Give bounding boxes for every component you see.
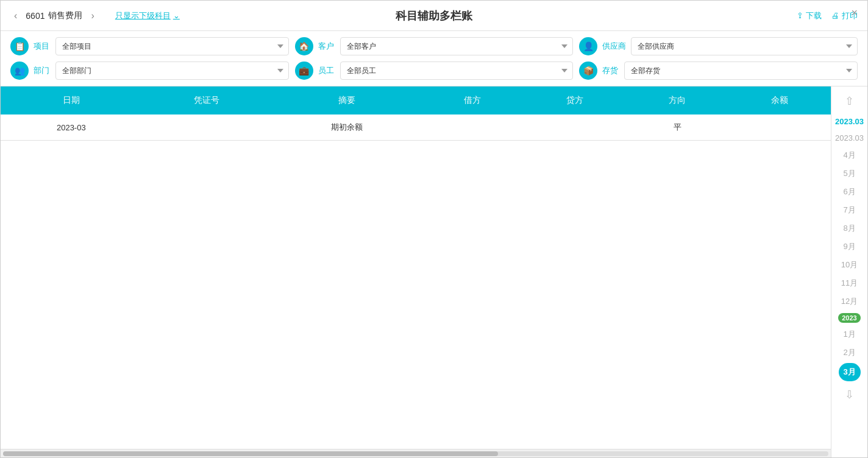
sidebar-month-4[interactable]: 4月: [831, 146, 867, 164]
account-name: 销售费用: [48, 10, 82, 21]
show-sub-label: 只显示下级科目: [115, 10, 171, 21]
title-bar: ‹ 6601 销售费用 › 只显示下级科目 ⌄ 科目辅助多栏账 ⇪ 下载 🖨 打…: [1, 1, 867, 31]
col-direction: 方向: [626, 86, 728, 114]
project-filter-row: 📋 项目 全部项目: [10, 37, 289, 55]
sidebar-month-9[interactable]: 9月: [831, 238, 867, 256]
right-sidebar: ⇧ 2023.03 2023.03 4月 5月 6月 7月 8月 9月 10月 …: [831, 86, 867, 457]
inventory-label: 存货: [602, 65, 619, 76]
sidebar-year-badge: 2023: [838, 313, 860, 323]
inventory-select[interactable]: 全部存货: [624, 62, 858, 80]
employee-filter-row: 💼 员工 全部员工: [295, 62, 574, 80]
table-header-row: 日期 凭证号 摘要 借方 贷方 方向 余额: [1, 86, 831, 114]
col-credit: 贷方: [524, 86, 626, 114]
sidebar-month-2023-03-second[interactable]: 2023.03: [831, 130, 867, 146]
cell-voucher: [142, 114, 272, 141]
employee-icon: 💼: [295, 62, 313, 80]
col-balance: 余额: [728, 86, 831, 114]
col-summary: 摘要: [272, 86, 421, 114]
cell-date: 2023-03: [1, 114, 142, 141]
supplier-filter-row: 👤 供应商 全部供应商: [579, 37, 858, 55]
sidebar-month-11[interactable]: 11月: [831, 274, 867, 292]
sidebar-top-months: 2023.03 2023.03: [831, 113, 867, 146]
account-code: 6601: [26, 11, 44, 21]
customer-icon: 🏠: [295, 37, 313, 55]
filter-bar: 📋 项目 全部项目 🏠 客户 全部客户 👤 供应商 全部供应商 👥 部门 全: [1, 31, 867, 86]
inventory-filter-row: 📦 存货 全部存货: [579, 62, 858, 80]
sidebar-month-1[interactable]: 1月: [831, 325, 867, 344]
sidebar-down-btn[interactable]: ⇩: [839, 384, 861, 406]
employee-select[interactable]: 全部员工: [340, 62, 574, 80]
sidebar-month-3-active[interactable]: 3月: [839, 363, 861, 381]
customer-filter-row: 🏠 客户 全部客户: [295, 37, 574, 55]
department-filter-row: 👥 部门 全部部门: [10, 62, 289, 80]
data-table: 日期 凭证号 摘要 借方 贷方 方向 余额 2023-03: [1, 86, 831, 141]
cell-credit: [524, 114, 626, 141]
sidebar-months-1-3: 1月 2月 3月: [831, 325, 867, 382]
customer-select[interactable]: 全部客户: [340, 37, 574, 55]
sidebar-month-10[interactable]: 10月: [831, 256, 867, 274]
project-label: 项目: [34, 41, 51, 52]
table-row: 2023-03 期初余额 平: [1, 114, 831, 141]
main-window: ‹ 6601 销售费用 › 只显示下级科目 ⌄ 科目辅助多栏账 ⇪ 下载 🖨 打…: [0, 0, 868, 458]
sidebar-month-6[interactable]: 6月: [831, 183, 867, 201]
department-icon: 👥: [10, 62, 29, 80]
download-label: 下载: [806, 10, 822, 21]
title-right: ⇪ 下载 🖨 打印 ×: [797, 10, 858, 21]
project-select[interactable]: 全部项目: [55, 37, 289, 55]
bottom-scrollbar[interactable]: [1, 449, 831, 457]
col-date: 日期: [1, 86, 142, 114]
sidebar-up-btn[interactable]: ⇧: [839, 90, 861, 112]
sidebar-month-2[interactable]: 2月: [831, 344, 867, 362]
department-select[interactable]: 全部部门: [55, 62, 289, 80]
department-label: 部门: [34, 65, 51, 76]
scrollbar-thumb: [3, 451, 498, 456]
col-voucher: 凭证号: [142, 86, 272, 114]
close-button[interactable]: ×: [851, 7, 858, 19]
sidebar-months-4-12: 4月 5月 6月 7月 8月 9月 10月 11月 12月: [831, 146, 867, 311]
inventory-icon: 📦: [579, 62, 597, 80]
sidebar-month-5[interactable]: 5月: [831, 164, 867, 183]
scrollbar-track: [3, 451, 828, 456]
prev-account-btn[interactable]: ‹: [10, 9, 21, 23]
page-title: 科目辅助多栏账: [396, 9, 472, 23]
supplier-label: 供应商: [602, 41, 626, 52]
table-area: 日期 凭证号 摘要 借方 贷方 方向 余额 2023-03: [1, 86, 831, 457]
cell-debit: [421, 114, 524, 141]
supplier-icon: 👤: [579, 37, 597, 55]
chevron-down-icon: ⌄: [173, 11, 180, 20]
cell-balance: [728, 114, 831, 141]
print-icon: 🖨: [831, 11, 839, 20]
supplier-select[interactable]: 全部供应商: [631, 37, 858, 55]
table-scroll[interactable]: 日期 凭证号 摘要 借方 贷方 方向 余额 2023-03: [1, 86, 831, 449]
sidebar-month-7[interactable]: 7月: [831, 201, 867, 219]
show-sub-btn[interactable]: 只显示下级科目 ⌄: [115, 10, 180, 21]
download-button[interactable]: ⇪ 下载: [797, 10, 822, 21]
download-icon: ⇪: [797, 11, 803, 20]
main-content: 日期 凭证号 摘要 借方 贷方 方向 余额 2023-03: [1, 86, 867, 457]
account-code-box: 6601 销售费用: [26, 10, 82, 21]
cell-direction: 平: [626, 114, 728, 141]
project-icon: 📋: [10, 37, 29, 55]
sidebar-month-12[interactable]: 12月: [831, 292, 867, 311]
employee-label: 员工: [318, 65, 335, 76]
title-left: ‹ 6601 销售费用 › 只显示下级科目 ⌄: [10, 9, 180, 23]
sidebar-month-2023-03-first[interactable]: 2023.03: [831, 113, 867, 130]
col-debit: 借方: [421, 86, 524, 114]
next-account-btn[interactable]: ›: [87, 9, 98, 23]
customer-label: 客户: [318, 41, 335, 52]
cell-summary: 期初余额: [272, 114, 421, 141]
sidebar-month-8[interactable]: 8月: [831, 219, 867, 238]
